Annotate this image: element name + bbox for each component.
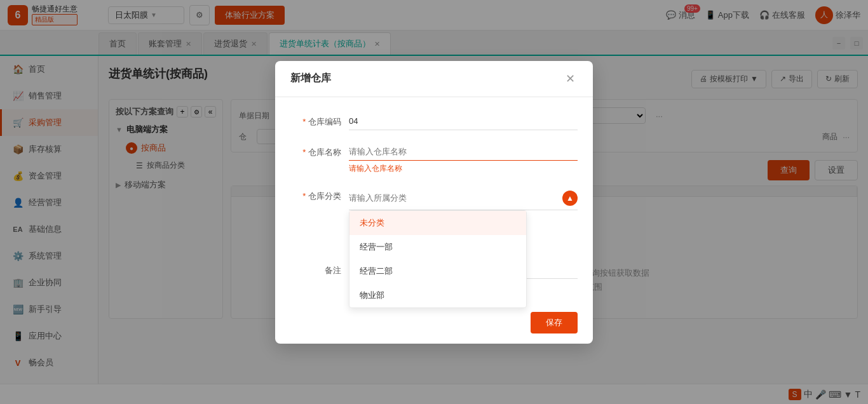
name-error-msg: 请输入仓库名称 — [349, 164, 402, 173]
category-dropdown: 未分类 经营一部 经营二部 物业部 — [349, 210, 527, 308]
new-warehouse-modal: 新增仓库 ✕ 仓库编码 仓库名称 请输入仓库名称 仓库分类 — [275, 61, 593, 344]
modal-close-button[interactable]: ✕ — [562, 71, 578, 86]
dropdown-item-property[interactable]: 物业部 — [349, 283, 526, 307]
modal-overlay: 新增仓库 ✕ 仓库编码 仓库名称 请输入仓库名称 仓库分类 — [0, 0, 868, 404]
dropdown-item-dept2[interactable]: 经营二部 — [349, 259, 526, 283]
category-toggle-button[interactable]: ▲ — [562, 191, 578, 206]
category-label: 仓库分类 — [290, 187, 341, 202]
modal-header: 新增仓库 ✕ — [275, 61, 593, 97]
code-input[interactable] — [349, 112, 578, 130]
code-label: 仓库编码 — [290, 112, 341, 128]
modal-body: 仓库编码 仓库名称 请输入仓库名称 仓库分类 ▲ — [275, 97, 593, 302]
category-input-wrapper: ▲ — [349, 187, 578, 210]
dropdown-item-dept1[interactable]: 经营一部 — [349, 235, 526, 259]
name-label: 仓库名称 — [290, 143, 341, 158]
modal-title: 新增仓库 — [290, 72, 331, 85]
category-field-wrapper: ▲ 未分类 经营一部 经营二部 物业部 — [349, 187, 578, 210]
save-button[interactable]: 保存 — [531, 312, 578, 333]
category-input[interactable] — [349, 193, 562, 203]
note-label: 备注 — [290, 261, 341, 276]
code-field-row: 仓库编码 — [290, 112, 578, 130]
name-field-row: 仓库名称 请输入仓库名称 — [290, 143, 578, 174]
dropdown-item-uncategorized[interactable]: 未分类 — [349, 211, 526, 235]
name-input[interactable] — [349, 143, 578, 161]
category-field-row: 仓库分类 ▲ 未分类 经营一部 — [290, 187, 578, 210]
